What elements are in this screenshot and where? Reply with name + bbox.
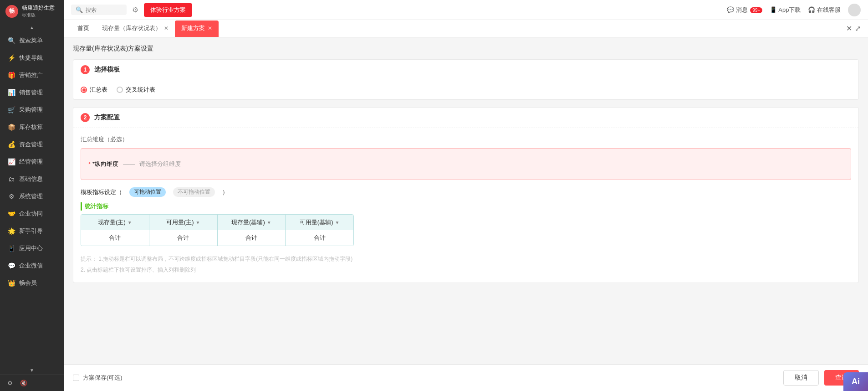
finance-icon: 💰 [7, 140, 15, 149]
radio-summary-table[interactable]: 汇总表 [81, 86, 107, 94]
messages-badge: 99+ [750, 7, 762, 13]
section1-header: 1 选择模板 [73, 60, 858, 80]
tab-bar: 首页 现存量（库存状况表） ✕ 新建方案 ✕ ✕ ⤢ [64, 20, 868, 37]
stats-col-3[interactable]: 可用量(基辅) ▼ [286, 215, 353, 230]
radio-cross-circle [117, 87, 123, 93]
sidebar-item-label: 资金管理 [19, 140, 43, 149]
search-input[interactable] [86, 7, 122, 13]
sidebar-item-label: 畅会员 [19, 279, 37, 287]
wechat-icon: 💬 [7, 262, 15, 270]
chevron-down-icon-3: ▼ [335, 220, 340, 225]
quicknav-icon: ⚡ [7, 54, 15, 62]
scroll-up-btn[interactable]: ▲ [0, 23, 64, 32]
save-checkbox[interactable] [73, 375, 79, 381]
sidebar-bottom: ⚙ 🔇 [0, 375, 64, 391]
scroll-down-btn[interactable]: ▼ [0, 366, 64, 375]
sidebar-item-search[interactable]: 🔍 搜索菜单 [0, 32, 64, 49]
sidebar-item-guide[interactable]: 🌟 新手引导 [0, 222, 64, 240]
sidebar-item-wechat[interactable]: 💬 企业微信 [0, 257, 64, 274]
tip-2: 2. 点击标题栏下拉可设置排序、插入列和删除列 [81, 264, 851, 275]
save-option: 方案保存(可选) [73, 374, 123, 382]
logo-icon: 畅 [5, 5, 18, 18]
sidebar-item-label: 销售管理 [19, 88, 43, 97]
chevron-down-icon-0: ▼ [128, 220, 132, 225]
sidebar-item-label: 采购管理 [19, 106, 43, 114]
sidebar-item-purchase[interactable]: 🛒 采购管理 [0, 101, 64, 118]
settings-icon[interactable]: ⚙ [7, 380, 13, 386]
app-name: 畅康通好生意 [22, 5, 55, 12]
stats-label: 统计指标 [81, 202, 851, 211]
topbar-right: 💬 消息 99+ 📱 App下载 🎧 在线客服 [727, 4, 861, 16]
sidebar-item-collab[interactable]: 🤝 企业协同 [0, 205, 64, 222]
stats-table: 现存量(主) ▼ 可用量(主) ▼ 现存量(基辅) ▼ 可用量(基辅) [81, 214, 354, 246]
online-service-link[interactable]: 🎧 在线客服 [808, 6, 841, 14]
sidebar-item-system[interactable]: ⚙ 系统管理 [0, 188, 64, 205]
sales-icon: 📊 [7, 88, 15, 97]
sidebar-item-sales[interactable]: 📊 销售管理 [0, 84, 64, 101]
stats-col-1[interactable]: 可用量(主) ▼ [149, 215, 218, 230]
radio-summary-circle [81, 87, 87, 93]
tip-1: 提示： 1.拖动标题栏可以调整布局，不可跨维度或指标区域拖动栏目字段(只能在同一… [81, 253, 851, 264]
sidebar-item-appstore[interactable]: 📱 应用中心 [0, 240, 64, 257]
sidebar-item-inventory[interactable]: 📦 库存核算 [0, 118, 64, 136]
sidebar-item-basics[interactable]: 🗂 基础信息 [0, 170, 64, 188]
sidebar-item-label: 快捷导航 [19, 54, 43, 62]
template-options: 汇总表 交叉统计表 [73, 80, 858, 99]
close-tab-new-plan[interactable]: ✕ [208, 25, 212, 31]
system-icon: ⚙ [7, 192, 15, 201]
search-icon: 🔍 [7, 36, 15, 45]
sidebar-item-label: 营销推广 [19, 71, 43, 79]
gear-icon[interactable]: ⚙ [132, 5, 138, 14]
no-drag-badge: 不可拖动位置 [173, 187, 215, 197]
sidebar-item-label: 企业微信 [19, 262, 43, 270]
draggable-badge: 可拖动位置 [129, 187, 166, 197]
step2-badge: 2 [81, 113, 90, 122]
section1-title: 选择模板 [94, 66, 120, 74]
stats-table-header: 现存量(主) ▼ 可用量(主) ▼ 现存量(基辅) ▼ 可用量(基辅) [81, 215, 353, 230]
app-download-link[interactable]: 📱 App下载 [770, 6, 801, 14]
dimension-arrow: —— [123, 161, 135, 168]
panel-close-btn[interactable]: ✕ [846, 24, 852, 33]
radio-cross-table[interactable]: 交叉统计表 [117, 86, 155, 94]
sidebar-item-marketing[interactable]: 🎁 营销推广 [0, 67, 64, 84]
sidebar-item-finance[interactable]: 💰 资金管理 [0, 136, 64, 153]
sidebar-item-label: 搜索菜单 [19, 36, 43, 45]
ai-float-button[interactable]: Ai [843, 372, 868, 391]
stats-table-body: 合计 合计 合计 合计 [81, 230, 353, 246]
stats-cell-0: 合计 [81, 230, 149, 246]
stats-col-2[interactable]: 现存量(基辅) ▼ [218, 215, 286, 230]
sidebar-item-quicknav[interactable]: ⚡ 快捷导航 [0, 49, 64, 67]
guide-icon: 🌟 [7, 227, 15, 235]
stats-cell-3: 合计 [286, 230, 353, 246]
sidebar-item-operations[interactable]: 📈 经营管理 [0, 153, 64, 170]
section2-title: 方案配置 [94, 113, 120, 122]
panel-expand-btn[interactable]: ⤢ [855, 24, 861, 33]
sidebar-item-label: 系统管理 [19, 192, 43, 201]
sidebar-item-label: 企业协同 [19, 210, 43, 218]
dimension-label: 汇总维度（必选） [81, 135, 851, 144]
search-box[interactable]: 🔍 [71, 5, 127, 15]
appstore-icon: 📱 [7, 244, 15, 252]
step1-badge: 1 [81, 65, 90, 74]
trial-button[interactable]: 体验行业方案 [144, 3, 192, 17]
tab-new-plan[interactable]: 新建方案 ✕ [175, 21, 219, 37]
section2-header: 2 方案配置 [73, 108, 858, 128]
close-tab-inventory[interactable]: ✕ [164, 25, 168, 31]
purchase-icon: 🛒 [7, 106, 15, 114]
tab-inventory[interactable]: 现存量（库存状况表） ✕ [96, 21, 175, 37]
cancel-button[interactable]: 取消 [783, 370, 819, 386]
sidebar-item-label: 应用中心 [19, 244, 43, 252]
messages-link[interactable]: 💬 消息 99+ [727, 6, 762, 14]
audio-icon[interactable]: 🔇 [20, 380, 27, 386]
dimension-box[interactable]: * *纵向维度 —— 请选择分组维度 [81, 148, 851, 180]
chevron-down-icon-1: ▼ [196, 220, 200, 225]
sidebar-item-member[interactable]: 👑 畅会员 [0, 274, 64, 292]
tab-home[interactable]: 首页 [71, 21, 96, 37]
app-logo: 畅 畅康通好生意 标准版 [0, 0, 64, 23]
collab-icon: 🤝 [7, 210, 15, 218]
main-area: 🔍 ⚙ 体验行业方案 💬 消息 99+ 📱 App下载 🎧 在线客服 首页 现存… [64, 0, 868, 391]
stats-col-0[interactable]: 现存量(主) ▼ [81, 215, 149, 230]
avatar[interactable] [848, 4, 861, 16]
indicator-close: ） [222, 188, 228, 196]
member-icon: 👑 [7, 279, 15, 287]
